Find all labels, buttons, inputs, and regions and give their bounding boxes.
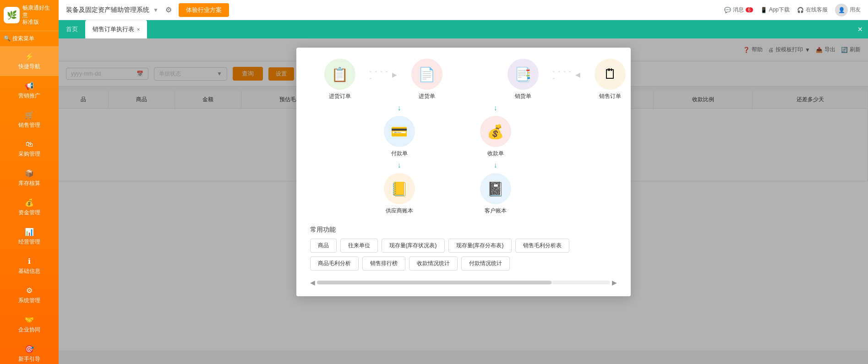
sales-order-label: 销售订单 [599, 92, 621, 100]
flow-item-purchase-bill[interactable]: 📄 进货单 [397, 59, 457, 100]
trial-button[interactable]: 体验行业方案 [179, 3, 229, 17]
sidebar-item-库存核算[interactable]: 📦库存核算 [0, 163, 59, 193]
sidebar-item-资金管理[interactable]: 💰资金管理 [0, 193, 59, 222]
flow-item-sales-order[interactable]: 🗒 销售订单 [580, 59, 631, 100]
message-item[interactable]: 💬 消息 6 [724, 6, 753, 14]
avatar: 👤 [835, 4, 848, 16]
scroll-area: ◀ ▶ [310, 276, 617, 289]
scroll-left-icon[interactable]: ◀ [310, 279, 315, 286]
func-btn-6[interactable]: 销售排行榜 [362, 256, 405, 271]
func-btn-8[interactable]: 付款情况统计 [461, 256, 510, 271]
sidebar-item-企业协同[interactable]: 🤝企业协同 [0, 310, 59, 339]
tab-1[interactable]: 销售订单执行表× [85, 20, 147, 38]
tab-close-1[interactable]: × [137, 27, 140, 32]
sidebar-label-5: 资金管理 [18, 209, 40, 217]
sidebar-icon-8: ⚙ [26, 286, 33, 295]
sidebar-item-经营管理[interactable]: 📊经营管理 [0, 222, 59, 251]
receipt-bill-circle: 💰 [480, 116, 511, 147]
arrow-po-to-pb: - - - - - ▶ [370, 68, 397, 81]
header: 装备及固定资产辅助管理系统 ▼ ⚙ 体验行业方案 💬 消息 6 📱 App下载 … [59, 0, 868, 20]
sidebar-item-快捷导航[interactable]: ⚡快捷导航 [0, 47, 59, 76]
func-btn-3[interactable]: 现存量(库存分布表) [448, 239, 512, 253]
settings-icon[interactable]: ⚙ [162, 4, 175, 16]
sidebar-item-采购管理[interactable]: 🛍采购管理 [0, 135, 59, 163]
tab-label-0: 首页 [66, 25, 78, 33]
func-btn-1[interactable]: 往来单位 [340, 239, 378, 253]
sidebar-icon-4: 📦 [25, 169, 34, 178]
sidebar-icon-10: 🎯 [25, 345, 34, 353]
sidebar-label-1: 营销推广 [18, 92, 40, 100]
receipt-bill-label: 收款单 [487, 150, 504, 158]
message-badge: 6 [746, 7, 753, 12]
sidebar-item-新手引导[interactable]: 🎯新手引导 [0, 339, 59, 364]
purchase-bill-circle: 📄 [411, 59, 442, 90]
flow-row-3: 📒 供应商账本 📓 客户账本 [310, 173, 525, 215]
message-icon: 💬 [724, 7, 731, 13]
modal-dialog: 📋 进货订单 - - - - - ▶ 📄 [296, 48, 631, 296]
func-btn-0[interactable]: 商品 [310, 239, 337, 253]
common-functions-title: 常用功能 [310, 226, 617, 234]
sidebar-label-9: 企业协同 [18, 326, 40, 334]
flow-item-receipt-bill[interactable]: 💰 收款单 [466, 116, 525, 158]
sidebar-search[interactable]: 🔍 搜索菜单 [0, 31, 59, 47]
sidebar-item-销售管理[interactable]: 🛒销售管理 [0, 105, 59, 135]
sidebar: 🌿 畅康通好生意 标准版 🔍 搜索菜单 ⚡快捷导航📢营销推广🛒销售管理🛍采购管理… [0, 0, 59, 364]
sidebar-icon-1: 📢 [25, 81, 34, 90]
flow-item-payment-bill[interactable]: 💳 付款单 [370, 116, 429, 158]
down-arrow-sb: ↓ [494, 104, 497, 112]
purchase-bill-label: 进货单 [419, 92, 435, 100]
app-download-item[interactable]: 📱 App下载 [760, 6, 790, 14]
sidebar-label-6: 经营管理 [18, 238, 40, 246]
system-title: 装备及固定资产辅助管理系统 [66, 6, 149, 14]
sidebar-item-营销推广[interactable]: 📢营销推广 [0, 76, 59, 105]
purchase-order-label: 进货订单 [329, 92, 351, 100]
common-functions: 常用功能 商品往来单位现存量(库存状况表)现存量(库存分布表)销售毛利分析表商品… [310, 226, 617, 271]
flow-item-purchase-order[interactable]: 📋 进货订单 [310, 59, 370, 100]
down-arrow-pay: ↓ [398, 161, 401, 169]
func-btn-5[interactable]: 商品毛利分析 [310, 256, 359, 271]
func-buttons: 商品往来单位现存量(库存状况表)现存量(库存分布表)销售毛利分析表商品毛利分析销… [310, 239, 617, 271]
sidebar-icon-6: 📊 [25, 228, 34, 236]
sidebar-label-4: 库存核算 [18, 179, 40, 187]
user-item[interactable]: 👤 用友 [835, 4, 861, 16]
flow-row-2: 💳 付款单 💰 收款单 [310, 116, 525, 158]
sidebar-label-7: 基础信息 [18, 267, 40, 275]
flow-item-supplier-ledger[interactable]: 📒 供应商账本 [370, 173, 429, 215]
flow-item-sales-bill[interactable]: 📑 销货单 [493, 59, 553, 100]
sidebar-icon-5: 💰 [25, 198, 34, 207]
customer-ledger-label: 客户账本 [485, 207, 507, 215]
logo: 🌿 畅康通好生意 标准版 [0, 0, 59, 31]
dropdown-icon[interactable]: ▼ [153, 7, 158, 13]
horizontal-scrollbar[interactable] [317, 281, 610, 284]
tabs-close-btn[interactable]: × [852, 25, 868, 34]
func-btn-4[interactable]: 销售毛利分析表 [515, 239, 569, 253]
tab-bar: 首页销售订单执行表×× [59, 20, 868, 38]
purchase-order-circle: 📋 [324, 59, 355, 90]
tab-label-1: 销售订单执行表 [93, 25, 134, 33]
logo-icon: 🌿 [4, 7, 20, 23]
sidebar-item-系统管理[interactable]: ⚙系统管理 [0, 281, 59, 310]
sidebar-label-3: 采购管理 [18, 150, 40, 158]
logo-text: 畅康通好生意 标准版 [22, 5, 55, 26]
scroll-right-icon[interactable]: ▶ [612, 279, 617, 286]
func-btn-2[interactable]: 现存量(库存状况表) [382, 239, 445, 253]
header-right: 💬 消息 6 📱 App下载 🎧 在线客服 👤 用友 [724, 4, 861, 16]
payment-bill-circle: 💳 [384, 116, 415, 147]
tab-0[interactable]: 首页 [59, 20, 85, 38]
sidebar-label-8: 系统管理 [18, 297, 40, 304]
online-service-item[interactable]: 🎧 在线客服 [797, 6, 828, 14]
sales-order-circle: 🗒 [595, 59, 626, 90]
modal-overlay: 📋 进货订单 - - - - - ▶ 📄 [59, 38, 868, 364]
down-arrow-pb: ↓ [398, 104, 401, 112]
flow-row-connectors: ↓ ↓ [310, 104, 525, 112]
flow-row-1: 📋 进货订单 - - - - - ▶ 📄 [310, 59, 631, 100]
sidebar-item-基础信息[interactable]: ℹ基础信息 [0, 251, 59, 281]
down-arrow-rec: ↓ [494, 161, 497, 169]
func-btn-7[interactable]: 收款情况统计 [409, 256, 458, 271]
sidebar-label-0: 快捷导航 [18, 63, 40, 71]
sidebar-label-10: 新手引导 [18, 355, 40, 363]
flow-item-customer-ledger[interactable]: 📓 客户账本 [466, 173, 525, 215]
payment-bill-label: 付款单 [391, 150, 408, 158]
sidebar-icon-9: 🤝 [25, 315, 34, 324]
sidebar-icon-2: 🛒 [25, 111, 34, 120]
